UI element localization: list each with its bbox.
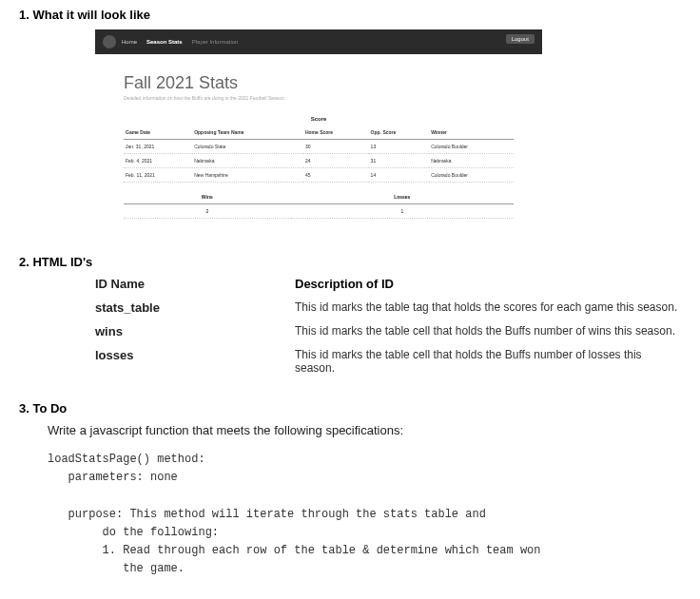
stats-table: Game Date Opposing Team Name Home Score … — [124, 126, 514, 183]
th-winner: Winner — [429, 126, 514, 140]
th-opponent: Opposing Team Name — [192, 126, 303, 140]
section3-heading: 3. To Do — [19, 401, 681, 415]
th-losses: Losses — [291, 190, 514, 204]
td-wins: 2 — [124, 204, 291, 219]
id-name: wins — [95, 324, 295, 338]
mockup-title: Fall 2021 Stats — [124, 73, 514, 93]
mockup-container: Home Season Stats Player Information Log… — [95, 29, 681, 228]
ids-row: wins This id marks the table cell that h… — [95, 324, 681, 338]
todo-intro: Write a javascript function that meets t… — [48, 423, 681, 437]
ids-col1-header: ID Name — [95, 277, 295, 291]
nav-home[interactable]: Home — [122, 39, 137, 45]
th-opp-score: Opp. Score — [369, 126, 430, 140]
id-desc: This id marks the table cell that holds … — [295, 324, 681, 338]
mockup-subtitle: Detailed information on how the Buffs ar… — [124, 95, 514, 101]
id-name: losses — [95, 348, 295, 375]
th-home-score: Home Score — [303, 126, 369, 140]
nav-season-stats[interactable]: Season Stats — [146, 39, 183, 45]
id-desc: This id marks the table cell that holds … — [295, 348, 681, 375]
logo-icon — [103, 35, 116, 48]
table-header-row: Game Date Opposing Team Name Home Score … — [124, 126, 514, 140]
table-row: Feb. 4, 2021 Nebraska 24 31 Nebraska — [124, 154, 514, 168]
score-heading: Score — [124, 116, 514, 122]
ids-row: losses This id marks the table cell that… — [95, 348, 681, 375]
id-desc: This id marks the table tag that holds t… — [295, 300, 681, 315]
mockup-topbar: Home Season Stats Player Information Log… — [95, 29, 542, 54]
ids-header-row: ID Name Description of ID — [95, 277, 681, 291]
ids-row: stats_table This id marks the table tag … — [95, 300, 681, 315]
code-block: loadStatsPage() method: parameters: none… — [48, 451, 681, 599]
th-wins: Wins — [124, 190, 291, 204]
ids-col2-header: Description of ID — [295, 277, 681, 291]
section1-heading: 1. What it will look like — [19, 8, 681, 22]
nav-player-info[interactable]: Player Information — [192, 39, 239, 45]
mockup-body: Fall 2021 Stats Detailed information on … — [95, 54, 542, 228]
wins-losses-table: Wins Losses 2 1 — [124, 190, 514, 219]
id-name: stats_table — [95, 300, 295, 315]
th-date: Game Date — [124, 126, 192, 140]
mockup-nav: Home Season Stats Player Information — [122, 39, 238, 45]
td-losses: 1 — [291, 204, 514, 219]
logout-button[interactable]: Logout — [506, 34, 535, 44]
table-row: Feb. 11, 2021 New Hampshire 45 14 Colora… — [124, 168, 514, 183]
table-row: Jan. 31, 2021 Colorado State 30 13 Color… — [124, 140, 514, 154]
section2-heading: 2. HTML ID's — [19, 255, 681, 269]
ids-block: ID Name Description of ID stats_table Th… — [95, 277, 681, 375]
mockup-window: Home Season Stats Player Information Log… — [95, 29, 542, 228]
